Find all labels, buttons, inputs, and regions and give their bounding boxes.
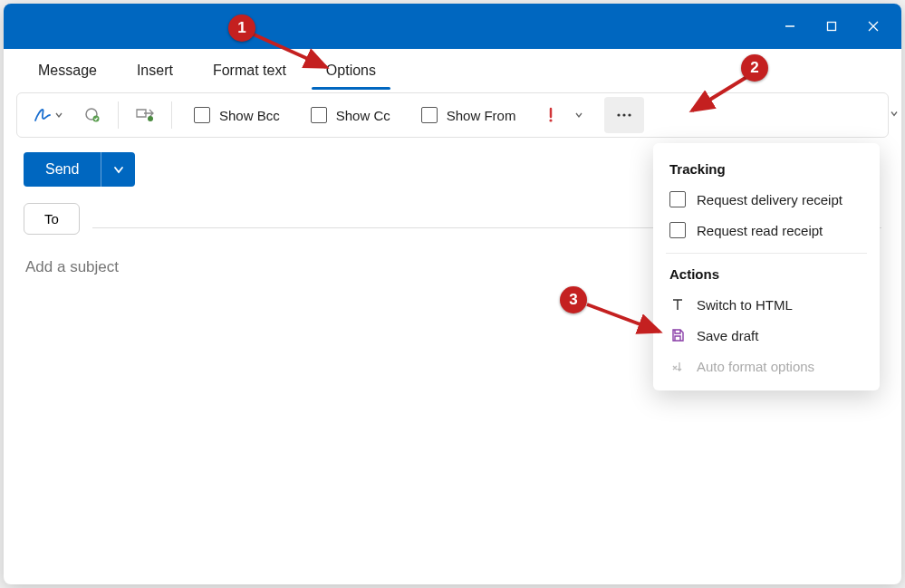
divider [171,101,172,129]
switch-html-label: Switch to HTML [697,297,793,313]
maximize-button[interactable] [811,4,852,49]
switch-to-html[interactable]: Switch to HTML [653,289,880,320]
annotation-arrow-3 [580,299,670,341]
send-dropdown[interactable] [101,152,135,187]
checkbox-icon [194,107,210,123]
tab-insert[interactable]: Insert [117,53,193,88]
svg-point-8 [618,113,621,116]
request-read-receipt[interactable]: Request read receipt [653,215,880,246]
svg-point-9 [623,113,626,116]
divider [666,253,867,254]
ribbon-options: Show Bcc Show Cc Show From [16,92,889,138]
annotation-badge-1: 1 [228,14,255,42]
checkbox-icon [421,107,438,123]
actions-section-title: Actions [653,261,880,289]
save-draft[interactable]: Save draft [653,320,880,351]
collapse-ribbon-button[interactable] [888,109,900,122]
checkbox-icon [669,222,686,238]
annotation-badge-2: 2 [741,54,768,82]
close-button[interactable] [852,4,894,49]
show-bcc-label: Show Bcc [219,108,280,123]
text-icon [669,296,686,313]
send-button[interactable]: Send [24,152,101,187]
more-options-button[interactable] [604,97,644,133]
annotation-arrow-1 [246,27,337,78]
checkbox-icon [311,107,327,123]
divider [118,101,119,129]
importance-dropdown[interactable] [566,99,592,131]
request-receipt-button[interactable] [128,99,162,131]
format-icon [669,358,686,374]
title-bar [4,4,901,49]
show-bcc-checkbox[interactable]: Show Bcc [181,99,293,131]
request-delivery-receipt[interactable]: Request delivery receipt [653,184,880,215]
show-from-label: Show From [447,108,516,123]
svg-rect-1 [828,23,836,31]
sensitivity-button[interactable] [76,99,109,131]
svg-point-7 [550,119,553,121]
to-button[interactable]: To [24,203,80,235]
svg-line-13 [587,304,659,332]
signature-button[interactable] [26,99,71,131]
auto-format-options: Auto format options [653,351,880,381]
request-delivery-label: Request delivery receipt [697,192,842,207]
tracking-section-title: Tracking [653,156,880,184]
svg-line-11 [254,34,326,67]
save-icon [669,327,686,343]
show-cc-checkbox[interactable]: Show Cc [298,99,403,131]
minimize-button[interactable] [769,4,811,49]
request-read-label: Request read receipt [697,223,823,238]
auto-format-label: Auto format options [697,359,814,374]
svg-line-12 [692,76,748,111]
show-cc-label: Show Cc [336,108,390,123]
show-from-checkbox[interactable]: Show From [409,99,529,131]
svg-point-10 [629,113,631,116]
checkbox-icon [669,191,686,207]
save-draft-label: Save draft [697,328,758,343]
annotation-badge-3: 3 [560,286,587,313]
app-window: Message Insert Format text Options Show … [4,4,901,584]
more-options-popup: Tracking Request delivery receipt Reques… [653,143,880,390]
high-importance-button[interactable] [537,99,564,131]
svg-point-6 [148,116,153,121]
tab-message[interactable]: Message [18,53,117,88]
